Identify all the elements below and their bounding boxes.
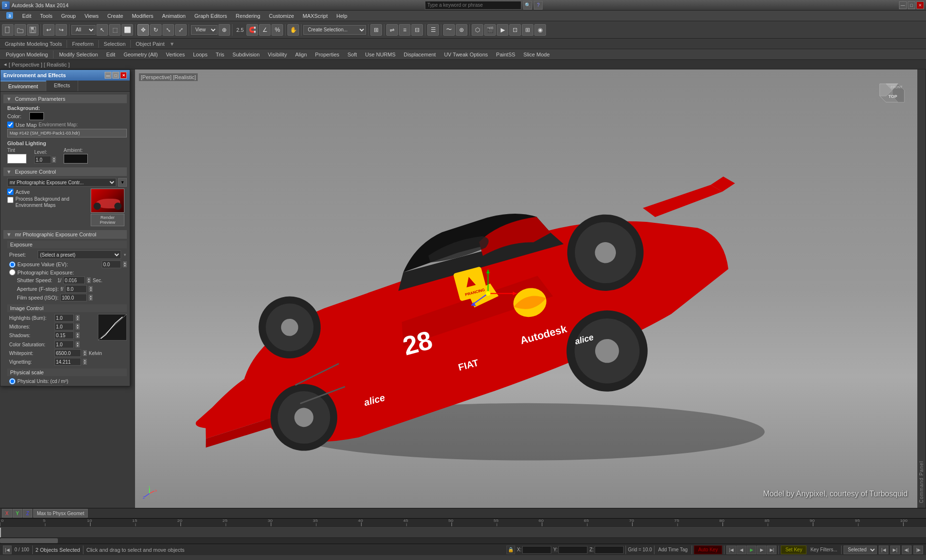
whitepoint-input[interactable] — [54, 349, 81, 357]
y-axis-btn[interactable]: Y — [13, 509, 23, 518]
snap-toggle[interactable]: 🧲 — [246, 24, 258, 36]
dialog-close-button[interactable]: ✕ — [120, 72, 127, 79]
render2-button[interactable]: ⊡ — [509, 24, 521, 36]
image-control-header[interactable]: Image Control — [7, 304, 127, 312]
align-item[interactable]: Align — [291, 51, 311, 58]
pivot-button[interactable]: ⊕ — [218, 24, 230, 36]
object-paint-item[interactable]: Object Paint — [133, 40, 167, 48]
frame-prev-btn[interactable]: |◀ — [879, 546, 888, 554]
go-to-start-btn[interactable]: |◀ — [726, 546, 736, 554]
color-sat-input[interactable] — [54, 341, 74, 348]
aperture-input[interactable] — [65, 285, 87, 293]
select-filter-dropdown[interactable]: All — [71, 25, 95, 35]
minimize-button[interactable]: — — [899, 1, 907, 9]
timeline-scrollbar[interactable] — [0, 538, 926, 544]
whitepoint-spinner[interactable]: ▲ ▼ — [83, 350, 87, 356]
menu-create[interactable]: Create — [103, 12, 127, 20]
render-scene-button[interactable]: 🎬 — [484, 24, 496, 36]
uv-tweak-item[interactable]: UV Tweak Options — [440, 51, 492, 58]
shutter-input[interactable] — [63, 276, 85, 284]
render3-button[interactable]: ⊞ — [522, 24, 533, 36]
modify-selection-item[interactable]: Modify Selection — [55, 51, 102, 58]
color-swatch[interactable] — [29, 112, 44, 120]
maximize-button[interactable]: □ — [908, 1, 915, 9]
ev-radio[interactable] — [9, 261, 15, 268]
loops-item[interactable]: Loops — [189, 51, 211, 58]
shadows-spinner[interactable]: ▲ ▼ — [76, 332, 80, 338]
physical-units-radio[interactable] — [9, 378, 15, 384]
auto-key-button[interactable]: Auto Key — [694, 546, 722, 554]
menu-group[interactable]: Group — [57, 12, 80, 20]
photo-radio[interactable] — [9, 269, 15, 275]
lock-icon[interactable]: 🔒 — [506, 546, 515, 554]
level-input[interactable] — [34, 156, 51, 164]
save-button[interactable] — [27, 24, 39, 36]
object-paint-arrow[interactable]: ▼ — [168, 40, 176, 48]
timeline-ruler[interactable]: 0 5 10 15 20 25 30 35 40 45 50 — [0, 519, 926, 528]
use-map-checkbox[interactable] — [7, 122, 14, 128]
x-input[interactable] — [522, 546, 551, 554]
percent-snap[interactable]: % — [272, 24, 283, 36]
key-filters-btn[interactable]: Key Filters... — [808, 547, 839, 552]
play-forward-btn[interactable]: ▶ — [747, 546, 756, 554]
color-sat-spinner[interactable]: ▲ ▼ — [76, 341, 80, 347]
help-icon[interactable]: ? — [534, 1, 543, 10]
menu-animation[interactable]: Animation — [158, 12, 190, 20]
exposure-options-btn[interactable]: ▼ — [118, 178, 127, 187]
menu-help[interactable]: Help — [333, 12, 352, 20]
new-button[interactable] — [2, 24, 14, 36]
open-button[interactable] — [14, 24, 26, 36]
ev-spinner[interactable]: ▲ ▼ — [123, 261, 127, 267]
menu-rendering[interactable]: Rendering — [232, 12, 264, 20]
paintss-item[interactable]: PaintSS — [492, 51, 519, 58]
scale2-button[interactable]: ⤢ — [175, 24, 187, 36]
selected-dropdown[interactable]: Selected — [844, 546, 877, 554]
midtones-spinner[interactable]: ▲ ▼ — [76, 324, 80, 329]
curve-editor-button[interactable]: 〜 — [443, 24, 455, 36]
set-key-button[interactable]: Set Key — [781, 546, 806, 554]
menu-modifiers[interactable]: Modifiers — [128, 12, 157, 20]
align-button[interactable]: ≡ — [399, 24, 410, 36]
undo-button[interactable]: ↩ — [43, 24, 54, 36]
add-time-tag-btn[interactable]: Add Time Tag — [656, 547, 690, 552]
properties-item[interactable]: Properties — [311, 51, 343, 58]
redo-button[interactable]: ↪ — [55, 24, 67, 36]
timeline-scrollbar-thumb[interactable] — [0, 538, 58, 543]
exposure-type-dropdown[interactable]: mr Photographic Exposure Contr... — [7, 178, 116, 187]
command-panel-strip[interactable]: Command Panel — [917, 69, 926, 508]
mirror-button[interactable]: ⇌ — [386, 24, 398, 36]
physical-scale-header[interactable]: Physical scale — [7, 369, 127, 376]
search-input[interactable] — [425, 1, 521, 10]
vertices-item[interactable]: Vertices — [162, 51, 189, 58]
selection-item[interactable]: Selection — [101, 40, 128, 48]
ambient-swatch[interactable] — [64, 154, 88, 164]
layers-button[interactable]: ☰ — [427, 24, 439, 36]
tab-effects[interactable]: Effects — [46, 81, 78, 91]
menu-graph-editors[interactable]: Graph Editors — [191, 12, 231, 20]
select-button[interactable]: ↖ — [96, 24, 108, 36]
align2-button[interactable]: ⊟ — [411, 24, 423, 36]
tris-item[interactable]: Tris — [212, 51, 228, 58]
soft-item[interactable]: Soft — [344, 51, 361, 58]
y-input[interactable] — [558, 546, 587, 554]
mr-exposure-header[interactable]: ▼ mr Photographic Exposure Control — [3, 230, 127, 239]
process-bg-checkbox[interactable] — [7, 197, 14, 203]
next-frame-btn[interactable]: ▶ — [757, 546, 766, 554]
rotate-button[interactable]: ↻ — [150, 24, 162, 36]
shutter-spinner[interactable]: ▲ ▼ — [87, 277, 91, 283]
exposure-control-header[interactable]: ▼ Exposure Control — [3, 167, 127, 176]
prev-frame-btn[interactable]: |◀ — [3, 546, 12, 554]
menu-app[interactable]: 3 — [2, 11, 17, 21]
window-crossing-button[interactable]: ⬜ — [122, 24, 133, 36]
highlights-input[interactable] — [54, 314, 74, 322]
menu-customize[interactable]: Customize — [265, 12, 298, 20]
max-physx-label[interactable]: Max to Physx Geomet — [33, 509, 87, 518]
angle-snap[interactable]: ∠ — [259, 24, 271, 36]
preset-dropdown[interactable]: (Select a preset) — [38, 250, 121, 259]
ev-input[interactable] — [102, 260, 121, 268]
menu-views[interactable]: Views — [81, 12, 102, 20]
render-preview-button[interactable]: Render Preview — [91, 214, 124, 226]
highlights-spinner[interactable]: ▲ ▼ — [76, 315, 80, 321]
menu-tools[interactable]: Tools — [36, 12, 56, 20]
vignetting-spinner[interactable]: ▲ ▼ — [83, 359, 87, 365]
